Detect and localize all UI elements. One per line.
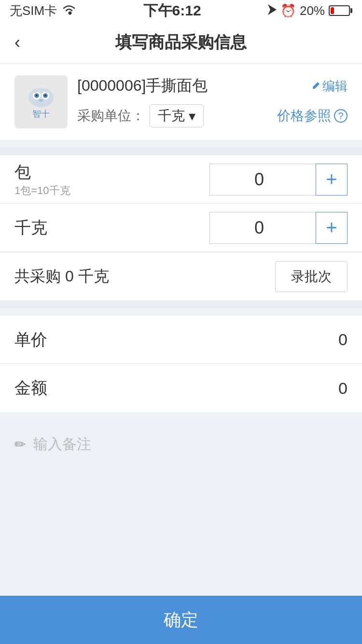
batch-button[interactable]: 录批次 xyxy=(275,261,348,292)
svg-point-8 xyxy=(39,99,43,102)
battery-icon xyxy=(329,5,352,16)
alarm-icon: ⏰ xyxy=(280,3,296,18)
price-ref-label: 价格参照 xyxy=(277,107,331,125)
bag-label-main: 包 xyxy=(14,161,70,183)
divider-top xyxy=(0,148,362,155)
quantity-section: 包 1包=10千克 + 千克 + xyxy=(0,155,362,252)
total-section: 共采购 0 千克 录批次 xyxy=(0,252,362,300)
unit-label: 采购单位： xyxy=(77,107,145,125)
price-ref-button[interactable]: 价格参照 ? xyxy=(277,107,348,125)
bag-input-group: + xyxy=(209,164,348,196)
kg-label: 千克 xyxy=(14,217,47,239)
notes-section[interactable]: ✏ 输入备注 xyxy=(0,420,362,469)
svg-point-7 xyxy=(44,95,46,97)
svg-point-6 xyxy=(36,95,38,97)
unit-value: 千克 xyxy=(158,107,185,125)
status-bar: 无SIM卡 下午6:12 ⏰ 20% xyxy=(0,0,362,21)
status-right: ⏰ 20% xyxy=(268,3,352,18)
status-left: 无SIM卡 xyxy=(10,2,76,19)
divider-middle xyxy=(0,300,362,308)
kg-label-main: 千克 xyxy=(14,217,47,239)
content-spacer xyxy=(0,469,362,614)
status-time: 下午6:12 xyxy=(143,1,201,21)
product-info: [0000006]手撕面包 编辑 采购单位： 千克 ▾ 价格参照 ? xyxy=(77,75,348,127)
product-logo: 智十 xyxy=(14,75,68,128)
kg-quantity-row: 千克 + xyxy=(0,204,362,252)
logo-text: 智十 xyxy=(32,108,50,120)
back-button[interactable]: ‹ xyxy=(14,32,20,53)
notes-placeholder: 输入备注 xyxy=(33,434,91,454)
bag-label-sub: 1包=10千克 xyxy=(14,183,70,198)
product-header: [0000006]手撕面包 编辑 xyxy=(77,75,348,97)
dropdown-arrow-icon: ▾ xyxy=(189,108,195,124)
amount-row: 金额 0 xyxy=(0,364,362,412)
edit-button[interactable]: 编辑 xyxy=(311,78,348,95)
location-icon xyxy=(268,3,277,18)
kg-quantity-input[interactable] xyxy=(209,212,316,244)
svg-marker-0 xyxy=(268,4,277,15)
product-unit-row: 采购单位： 千克 ▾ 价格参照 ? xyxy=(77,104,348,127)
price-ref-help-icon: ? xyxy=(334,109,348,123)
unit-price-row: 单价 0 xyxy=(0,316,362,364)
bag-plus-button[interactable]: + xyxy=(316,164,348,196)
page-title: 填写商品采购信息 xyxy=(115,31,247,54)
confirm-button[interactable]: 确定 xyxy=(0,596,362,644)
battery-percent: 20% xyxy=(300,3,325,18)
amount-label: 金额 xyxy=(14,377,47,399)
kg-plus-button[interactable]: + xyxy=(316,212,348,244)
nav-bar: ‹ 填写商品采购信息 xyxy=(0,21,362,64)
unit-price-value: 0 xyxy=(338,330,348,349)
product-name: [0000006]手撕面包 xyxy=(77,75,208,97)
pencil-icon: ✏ xyxy=(14,436,26,452)
unit-price-label: 单价 xyxy=(14,329,47,351)
price-section: 单价 0 金额 0 xyxy=(0,316,362,412)
bag-quantity-input[interactable] xyxy=(209,164,316,196)
total-text: 共采购 0 千克 xyxy=(14,266,109,287)
bag-label: 包 1包=10千克 xyxy=(14,161,70,198)
svg-point-1 xyxy=(28,88,54,107)
unit-dropdown[interactable]: 千克 ▾ xyxy=(150,104,204,127)
wifi-icon xyxy=(62,3,76,18)
carrier-text: 无SIM卡 xyxy=(10,2,57,19)
amount-value: 0 xyxy=(338,379,348,398)
bag-quantity-row: 包 1包=10千克 + xyxy=(0,155,362,204)
product-section: 智十 [0000006]手撕面包 编辑 采购单位： 千克 ▾ 价格参照 ? xyxy=(0,64,362,140)
kg-input-group: + xyxy=(209,212,348,244)
